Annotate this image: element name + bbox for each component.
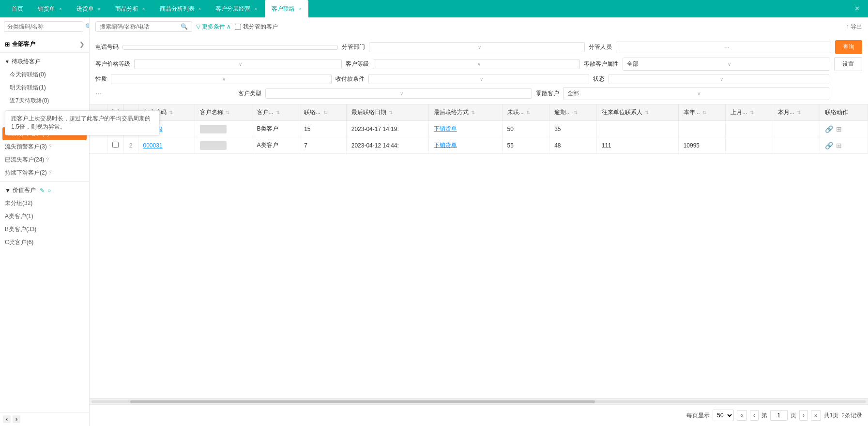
row2-checkbox[interactable] (112, 142, 119, 148)
col-category-sort-icon[interactable]: ⇅ (276, 110, 280, 115)
col-code-sort-icon[interactable]: ⇅ (169, 110, 173, 115)
row1-last-contact-method[interactable]: 下销货单 (428, 121, 502, 137)
holding-down-help-icon[interactable]: ? (49, 170, 52, 176)
nav-tab-home[interactable]: 首页 (5, 0, 30, 17)
dept-field[interactable]: ∨ (369, 42, 584, 52)
sidebar-all-customers[interactable]: ⊞ 全部客户 ❯ (0, 36, 89, 53)
sidebar-item-already-lost[interactable]: 已流失客户(24) ? (0, 153, 89, 166)
sidebar-search-input[interactable] (4, 21, 83, 32)
query-button[interactable]: 查询 (835, 40, 862, 54)
lost-preview-help-icon[interactable]: ? (49, 144, 52, 149)
already-lost-help-icon[interactable]: ? (46, 157, 49, 162)
sidebar-item-class-a[interactable]: A类客户(1) (0, 210, 89, 223)
more-conditions-btn[interactable]: ▽ 更多条件 ∧ (196, 23, 231, 31)
filter-search-icon[interactable]: 🔍 (181, 23, 188, 30)
col-last-contact-method-sort-icon[interactable]: ⇅ (471, 110, 475, 115)
sidebar-item-class-c[interactable]: C类客户(6) (0, 236, 89, 249)
price-level-field[interactable]: ∨ (134, 59, 342, 69)
col-last-contact-date-sort-icon[interactable]: ⇅ (389, 110, 393, 115)
close-goods-analysis-icon[interactable]: × (142, 6, 145, 12)
col-overdue[interactable]: 逾期... ⇅ (549, 104, 597, 121)
retail-customer-field[interactable]: 全部 ∨ (563, 87, 829, 100)
col-last-month[interactable]: 上月... ⇅ (726, 104, 773, 121)
col-contact-count-sort-icon[interactable]: ⇅ (323, 110, 327, 115)
col-name[interactable]: 客户名称 ⇅ (195, 104, 252, 121)
col-name-sort-icon[interactable]: ⇅ (226, 110, 229, 115)
customer-type-field[interactable]: ∨ (265, 88, 532, 99)
value-customers-header[interactable]: ▼ 价值客户 ✎ ○ (0, 184, 89, 197)
prev-page-btn[interactable]: ‹ (750, 410, 759, 421)
value-add-icon[interactable]: ○ (47, 187, 51, 194)
col-overdue-sort-icon[interactable]: ⇅ (574, 110, 578, 115)
nav-tab-goods-analysis[interactable]: 商品分析 × (108, 0, 152, 17)
row2-last-contact-method[interactable]: 下销货单 (428, 137, 502, 154)
gender-field[interactable]: ∨ (111, 74, 332, 84)
filter-search-box[interactable]: 🔍 (95, 21, 192, 32)
nav-tab-goods-analysis-list[interactable]: 商品分析列表 × (153, 0, 208, 17)
row2-contact-method-link[interactable]: 下销货单 (434, 142, 457, 148)
sidebar-item-holding-down[interactable]: 持续下滑客户(2) ? (0, 166, 89, 179)
sidebar-item-today[interactable]: 今天待联络(0) (0, 68, 89, 81)
my-customers-checkbox-area[interactable]: 我分管的客户 (235, 23, 278, 31)
col-last-contact-method[interactable]: 最后联络方式 ⇅ (428, 104, 502, 121)
col-unit-contacts[interactable]: 往来单位联系人 ⇅ (596, 104, 678, 121)
phone-field[interactable] (122, 45, 338, 50)
row2-code-link[interactable]: 000031 (143, 142, 163, 149)
col-category[interactable]: 客户... ⇅ (252, 104, 299, 121)
manager-field[interactable]: ··· (616, 42, 831, 53)
sidebar-bottom-arrow-right[interactable]: › (13, 415, 20, 423)
last-page-btn[interactable]: » (811, 410, 821, 421)
scroll-track[interactable] (91, 400, 866, 403)
close-goods-analysis-list-icon[interactable]: × (198, 6, 201, 12)
filter-search-input[interactable] (100, 23, 179, 30)
per-page-select[interactable]: 50 (713, 410, 734, 421)
my-customers-checkbox[interactable] (235, 24, 241, 30)
sidebar-search-icon[interactable]: 🔍 (85, 23, 90, 30)
sidebar-collapse-icon[interactable]: ❯ (79, 41, 84, 48)
filter-dots-label[interactable]: ··· (95, 89, 102, 98)
col-this-month[interactable]: 本月... ⇅ (773, 104, 820, 121)
app-close-button[interactable]: × (851, 4, 863, 13)
sidebar-bottom-arrow-left[interactable]: ‹ (3, 415, 11, 423)
col-contact-count[interactable]: 联络... ⇅ (299, 104, 347, 121)
row1-contact-method-link[interactable]: 下销货单 (434, 125, 457, 132)
sidebar-item-7days[interactable]: 近7天待联络(0) (0, 94, 89, 107)
export-button[interactable]: ↑ 导出 (846, 23, 862, 31)
manager-dots[interactable]: ··· (724, 44, 827, 51)
row1-link-icon[interactable]: 🔗 (825, 125, 833, 133)
nav-tab-customer-contact[interactable]: 客户联络 × (265, 0, 308, 17)
row2-code[interactable]: 000031 (138, 137, 195, 154)
nav-tab-sales[interactable]: 销货单 × (31, 0, 69, 17)
scroll-thumb[interactable] (130, 400, 595, 403)
row2-grid-icon[interactable]: ⊞ (836, 142, 842, 149)
col-last-contact-date[interactable]: 最后联络日期 ⇅ (346, 104, 428, 121)
first-page-btn[interactable]: « (737, 410, 747, 421)
retail-attr-field[interactable]: 全部 ∨ (623, 58, 830, 71)
col-last-month-sort-icon[interactable]: ⇅ (750, 110, 754, 115)
page-input[interactable] (770, 410, 788, 421)
row1-grid-icon[interactable]: ⊞ (836, 125, 842, 133)
col-uncontacted-sort-icon[interactable]: ⇅ (526, 110, 530, 115)
col-unit-contacts-sort-icon[interactable]: ⇅ (645, 110, 649, 115)
sidebar-item-tomorrow[interactable]: 明天待联络(1) (0, 81, 89, 94)
close-purchase-icon[interactable]: × (98, 6, 101, 12)
value-edit-icon[interactable]: ✎ (40, 187, 45, 194)
col-this-year-sort-icon[interactable]: ⇅ (702, 110, 706, 115)
row2-checkbox-cell[interactable] (107, 137, 123, 154)
sidebar-item-ungrouped[interactable]: 未分组(32) (0, 197, 89, 210)
next-page-btn[interactable]: › (799, 410, 808, 421)
close-customer-tier-icon[interactable]: × (254, 6, 257, 12)
nav-tab-customer-tier[interactable]: 客户分层经营 × (209, 0, 264, 17)
horizontal-scrollbar[interactable] (90, 398, 868, 404)
close-sales-icon[interactable]: × (59, 6, 62, 12)
nav-tab-purchase[interactable]: 进货单 × (70, 0, 107, 17)
settings-button[interactable]: 设置 (834, 57, 862, 71)
status-field[interactable]: ∨ (609, 74, 829, 84)
col-this-year[interactable]: 本年... ⇅ (678, 104, 726, 121)
sidebar-item-class-b[interactable]: B类客户(33) (0, 223, 89, 236)
pending-group-title[interactable]: ▼ 待联络客户 (0, 55, 89, 68)
payment-field[interactable]: ∨ (368, 74, 589, 84)
col-this-month-sort-icon[interactable]: ⇅ (797, 110, 801, 115)
row2-link-icon[interactable]: 🔗 (825, 142, 833, 149)
customer-level-field[interactable]: ∨ (373, 59, 580, 69)
